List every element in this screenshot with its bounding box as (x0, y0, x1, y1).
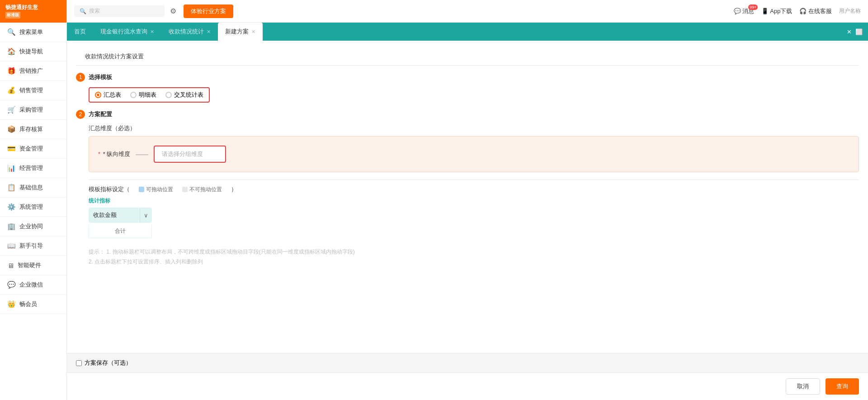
main-area: 🔍 搜索 ⚙ 体验行业方案 💬 消息 99+ 📱 App下载 🎧 在线客服 用户… (67, 0, 868, 400)
vertical-label: * * 纵向维度 (98, 150, 130, 158)
book-icon: 📖 (7, 242, 16, 250)
sidebar-item-label: 企业协同 (19, 222, 43, 231)
sidebar-logo: 畅捷通好生意 标准版 (0, 0, 66, 23)
tab-bank-flow[interactable]: 现金银行流水查询 ✕ (93, 23, 161, 41)
radio-summary-circle (95, 92, 101, 98)
section-num-1: 1 (76, 73, 85, 82)
sidebar-item-inventory[interactable]: 📦 库存核算 (0, 120, 66, 139)
badge-count: 99+ (748, 5, 758, 10)
indicator-item-text: 收款金额 (89, 207, 140, 223)
section-title-1: 1 选择模板 (76, 73, 859, 82)
section-config: 2 方案配置 汇总维度（必选） * * 纵向维度 — (76, 110, 859, 267)
chart-icon: 📊 (7, 164, 16, 172)
sidebar-item-purchase[interactable]: 🛒 采购管理 (0, 100, 66, 120)
sidebar-item-label: 快捷导航 (19, 47, 43, 56)
sidebar-item-label: 库存核算 (19, 125, 43, 133)
message-icon: 💬 (734, 8, 741, 14)
sidebar-item-label: 搜索菜单 (19, 28, 43, 36)
footer-bar: 取消 查询 (67, 372, 868, 400)
indicator-title-text: 模板指标设定（ (89, 185, 130, 193)
sidebar-item-label: 基础信息 (19, 184, 43, 192)
indicator-sub: 合计 (89, 225, 152, 238)
sidebar-item-system[interactable]: ⚙️ 系统管理 (0, 198, 66, 217)
sidebar-item-corp-wechat[interactable]: 💬 企业微信 (0, 275, 66, 295)
save-label: 方案保存（可选） (85, 359, 132, 367)
breadcrumb: 收款情况统计方案设置 (76, 48, 859, 66)
sidebar-item-finance[interactable]: 💳 资金管理 (0, 139, 66, 159)
sidebar-item-member[interactable]: 👑 畅会员 (0, 295, 66, 314)
sidebar-item-label: 畅会员 (19, 300, 37, 308)
sidebar-item-marketing[interactable]: 🎁 营销推广 (0, 61, 66, 81)
section-label-1: 选择模板 (89, 73, 112, 81)
content-body: 收款情况统计方案设置 1 选择模板 汇总表 明细表 (67, 41, 868, 353)
chat-icon: 💬 (7, 281, 16, 289)
sidebar-item-search-menu[interactable]: 🔍 搜索菜单 (0, 23, 66, 42)
tab-close-new-plan[interactable]: ✕ (251, 29, 255, 35)
user-name: 用户名称 (839, 7, 861, 15)
service-icon: 🎧 (799, 8, 807, 14)
search-menu-icon: 🔍 (7, 28, 16, 36)
search-icon: 🔍 (80, 8, 86, 14)
indicator-item: 收款金额 ∨ (89, 207, 152, 223)
section-label-2: 方案配置 (89, 110, 112, 118)
dimension-row: * * 纵向维度 —— 请选择分组维度 (98, 146, 849, 163)
crown-icon: 👑 (7, 300, 16, 308)
sidebar-item-sales[interactable]: 💰 销售管理 (0, 81, 66, 100)
search-box[interactable]: 🔍 搜索 (74, 5, 165, 17)
monitor-icon: 🖥 (7, 262, 14, 269)
gear-icon: ⚙️ (7, 203, 16, 211)
sidebar-item-basic-info[interactable]: 📋 基础信息 (0, 178, 66, 198)
sidebar-item-label: 智能硬件 (18, 261, 41, 269)
tab-close-bank-flow[interactable]: ✕ (150, 29, 154, 35)
sidebar-item-operation[interactable]: 📊 经营管理 (0, 159, 66, 178)
radio-cross[interactable]: 交叉统计表 (165, 91, 203, 99)
industry-btn[interactable]: 体验行业方案 (184, 5, 233, 18)
tip-2: 2. 点击标题栏下拉可设置排序、插入列和删除列 (89, 257, 859, 267)
section-num-2: 2 (76, 110, 85, 119)
sidebar-item-label: 销售管理 (19, 86, 43, 94)
sidebar-item-label: 企业微信 (19, 281, 43, 289)
bottom-save-section: 方案保存（可选） (67, 353, 868, 372)
dimension-select[interactable]: 请选择分组维度 (154, 146, 226, 163)
tips-section: 提示： 1. 拖动标题栏可以调整布局，不可跨维度或指标区域拖动目字段(只能在同一… (89, 247, 859, 267)
app-download[interactable]: 📱 App下载 (761, 7, 792, 15)
indicator-dropdown-btn[interactable]: ∨ (140, 208, 152, 222)
indicator-category: 统计指标 (89, 197, 859, 205)
close-tab-icon[interactable]: ✕ (847, 28, 852, 35)
sidebar-item-smart-hw[interactable]: 🖥 智能硬件 (0, 256, 66, 275)
query-button[interactable]: 查询 (826, 378, 859, 395)
indicator-header: 模板指标设定（ 可拖动位置 不可拖动位置 ） (89, 185, 859, 193)
maximize-icon[interactable]: ⬜ (855, 28, 863, 35)
tab-home[interactable]: 首页 (67, 23, 93, 41)
section-select-template: 1 选择模板 汇总表 明细表 (76, 73, 859, 103)
radio-detail-circle (130, 92, 137, 98)
content-area: 收款情况统计方案设置 1 选择模板 汇总表 明细表 (67, 41, 868, 400)
sidebar-item-quick-nav[interactable]: 🏠 快捷导航 (0, 42, 66, 61)
home-icon: 🏠 (7, 47, 16, 56)
brand-name: 畅捷通好生意 (5, 4, 38, 10)
message-badge[interactable]: 💬 消息 99+ (734, 7, 755, 15)
tab-new-plan[interactable]: 新建方案 ✕ (218, 23, 263, 41)
tab-receipt-stat[interactable]: 收款情况统计 ✕ (161, 23, 218, 41)
cancel-button[interactable]: 取消 (786, 378, 820, 395)
save-checkbox[interactable] (76, 360, 82, 366)
arrow-icon: —— (136, 151, 148, 158)
sidebar: 畅捷通好生意 标准版 🔍 搜索菜单 🏠 快捷导航 🎁 营销推广 💰 销售管理 🛒… (0, 0, 67, 400)
sidebar-item-label: 营销推广 (19, 67, 43, 75)
sidebar-item-corp-collab[interactable]: 🏢 企业协同 (0, 217, 66, 236)
sidebar-item-label: 采购管理 (19, 106, 43, 114)
settings-icon[interactable]: ⚙ (170, 7, 176, 15)
radio-detail[interactable]: 明细表 (130, 91, 156, 99)
sidebar-item-guide[interactable]: 📖 新手引导 (0, 236, 66, 256)
topbar-right: 💬 消息 99+ 📱 App下载 🎧 在线客服 用户名称 (734, 7, 861, 15)
indicator-section: 模板指标设定（ 可拖动位置 不可拖动位置 ） (89, 179, 859, 267)
download-icon: 📱 (761, 8, 769, 14)
radio-cross-circle (165, 92, 172, 98)
edition-badge: 标准版 (5, 12, 20, 19)
topbar: 🔍 搜索 ⚙ 体验行业方案 💬 消息 99+ 📱 App下载 🎧 在线客服 用户… (67, 0, 868, 23)
sidebar-item-label: 系统管理 (19, 203, 43, 211)
online-service[interactable]: 🎧 在线客服 (799, 7, 832, 15)
tab-close-receipt-stat[interactable]: ✕ (207, 29, 211, 35)
radio-summary[interactable]: 汇总表 (95, 91, 121, 99)
immovable-badge: 不可拖动位置 (182, 186, 222, 193)
